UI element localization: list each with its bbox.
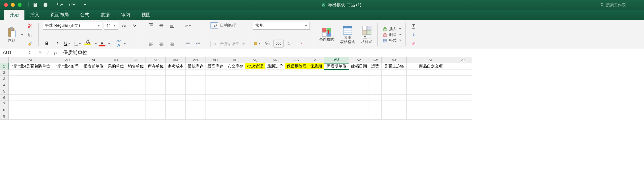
cell-AU9[interactable] — [324, 113, 349, 120]
cancel-icon[interactable]: ✕ — [38, 50, 42, 56]
clear-icon[interactable] — [410, 39, 418, 47]
tab-view[interactable]: 视图 — [136, 10, 156, 20]
fx-icon[interactable]: fx — [54, 50, 57, 56]
cell-AR6[interactable] — [265, 95, 285, 101]
close-window[interactable] — [4, 3, 8, 7]
cell-AG8[interactable] — [9, 107, 54, 113]
cell-AZ4[interactable] — [455, 82, 472, 88]
increase-indent-icon[interactable] — [194, 40, 202, 48]
cell-AQ6[interactable] — [245, 95, 265, 101]
cell-AN2[interactable] — [186, 69, 205, 76]
cell-AO2[interactable] — [205, 69, 225, 76]
cell-AG2[interactable] — [9, 69, 54, 76]
cell-AZ9[interactable] — [455, 113, 472, 120]
cell-AK7[interactable] — [126, 101, 146, 107]
cell-AS1[interactable]: 保质期管理 — [285, 63, 308, 69]
underline-icon[interactable]: U — [63, 40, 72, 48]
wrap-text-label[interactable]: 自动换行 — [220, 23, 236, 28]
row-header-9[interactable]: 9 — [0, 113, 9, 120]
border-icon[interactable] — [73, 40, 82, 48]
spreadsheet-grid[interactable]: AGAHAIAJAKALAMANAOAPAQARASATAUAVAWAXAYAZ… — [0, 57, 644, 120]
cell-AH7[interactable] — [54, 101, 81, 107]
cell-AX3[interactable] — [382, 76, 407, 82]
cell-AU1[interactable]: 保质期单位 — [324, 63, 349, 69]
cell-AR7[interactable] — [265, 101, 285, 107]
cell-AV8[interactable] — [349, 107, 369, 113]
cell-AY6[interactable] — [407, 95, 455, 101]
cell-AU8[interactable] — [324, 107, 349, 113]
cell-AM6[interactable] — [166, 95, 186, 101]
align-left-icon[interactable] — [147, 40, 155, 48]
conditional-format-button[interactable]: 条件格式 — [318, 27, 335, 42]
cell-AK5[interactable] — [126, 88, 146, 95]
row-header-4[interactable]: 4 — [0, 82, 9, 88]
cell-AX4[interactable] — [382, 82, 407, 88]
cell-AQ1[interactable]: 批次管理 — [245, 63, 265, 69]
cell-AR5[interactable] — [265, 88, 285, 95]
fill-color-dropdown[interactable] — [95, 43, 97, 44]
col-header-AQ[interactable]: AQ — [245, 57, 265, 63]
cell-AR4[interactable] — [265, 82, 285, 88]
cell-AU4[interactable] — [324, 82, 349, 88]
col-header-AS[interactable]: AS — [285, 57, 308, 63]
cell-AV6[interactable] — [349, 95, 369, 101]
cell-AN4[interactable] — [186, 82, 205, 88]
cell-AZ6[interactable] — [455, 95, 472, 101]
cell-AR8[interactable] — [265, 107, 285, 113]
cell-AI2[interactable] — [81, 69, 106, 76]
delete-cells-button[interactable]: 删除 — [383, 32, 401, 37]
cell-AJ8[interactable] — [106, 107, 126, 113]
align-right-icon[interactable] — [167, 40, 176, 48]
cell-AL9[interactable] — [146, 113, 166, 120]
cell-AO1[interactable]: 最高库存 — [205, 63, 225, 69]
cell-AT5[interactable] — [308, 88, 324, 95]
font-size-combo[interactable]: 11 — [104, 22, 118, 30]
cell-AP5[interactable] — [225, 88, 245, 95]
cell-AY2[interactable] — [407, 69, 455, 76]
cell-AO7[interactable] — [205, 101, 225, 107]
cell-AX7[interactable] — [382, 101, 407, 107]
cut-icon[interactable] — [26, 22, 34, 30]
cell-AW4[interactable] — [369, 82, 382, 88]
cell-AQ4[interactable] — [245, 82, 265, 88]
cell-AV4[interactable] — [349, 82, 369, 88]
name-box-spinner[interactable] — [28, 51, 31, 54]
cell-AX2[interactable] — [382, 69, 407, 76]
cell-AO3[interactable] — [205, 76, 225, 82]
decrease-indent-icon[interactable] — [183, 40, 192, 48]
autosum-icon[interactable]: Σ — [410, 23, 418, 31]
tab-layout[interactable]: 页面布局 — [45, 10, 74, 20]
font-name-combo[interactable]: 等线 Regular (正文) — [43, 22, 102, 30]
phonetic-icon[interactable]: abcA — [117, 40, 121, 48]
cell-AN7[interactable] — [186, 101, 205, 107]
cell-AY1[interactable]: 商品自定义项 — [407, 63, 455, 69]
cell-AK8[interactable] — [126, 107, 146, 113]
cell-AN6[interactable] — [186, 95, 205, 101]
shrink-font-icon[interactable]: A▾ — [130, 22, 139, 30]
paste-button[interactable]: 粘贴 — [6, 26, 18, 43]
cell-AO4[interactable] — [205, 82, 225, 88]
cell-AM9[interactable] — [166, 113, 186, 120]
enter-icon[interactable]: ✓ — [46, 50, 50, 56]
cell-AJ3[interactable] — [106, 76, 126, 82]
cell-AV7[interactable] — [349, 101, 369, 107]
cell-AN1[interactable]: 最低库存 — [186, 63, 205, 69]
increase-decimal-icon[interactable]: .0.00 — [285, 40, 294, 48]
cell-AK4[interactable] — [126, 82, 146, 88]
cell-AV9[interactable] — [349, 113, 369, 120]
row-header-8[interactable]: 8 — [0, 107, 9, 113]
cell-AP8[interactable] — [225, 107, 245, 113]
cell-AK6[interactable] — [126, 95, 146, 101]
cell-AW8[interactable] — [369, 107, 382, 113]
fill-color-icon[interactable] — [84, 40, 92, 48]
decrease-decimal-icon[interactable]: .00.0 — [296, 40, 304, 48]
cell-AX1[interactable]: 是否走冻链 — [382, 63, 407, 69]
cell-AH4[interactable] — [54, 82, 81, 88]
cell-AQ2[interactable] — [245, 69, 265, 76]
cell-AJ4[interactable] — [106, 82, 126, 88]
cell-AT7[interactable] — [308, 101, 324, 107]
cell-AH5[interactable] — [54, 88, 81, 95]
cell-AJ5[interactable] — [106, 88, 126, 95]
cell-AZ7[interactable] — [455, 101, 472, 107]
cell-AU5[interactable] — [324, 88, 349, 95]
